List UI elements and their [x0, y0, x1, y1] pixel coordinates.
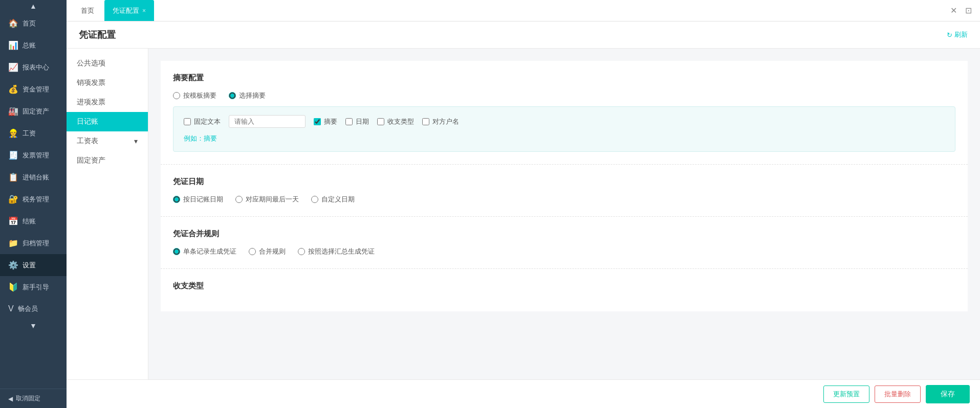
sidebar-item-close[interactable]: 📅 结账 — [0, 210, 67, 232]
archive-icon: 📁 — [8, 238, 18, 248]
income-type-title: 收支类型 — [173, 281, 955, 291]
reports-icon: 📈 — [8, 62, 18, 72]
vip-icon: V — [8, 304, 14, 313]
left-nav-wages[interactable]: 工资表 ▾ — [67, 131, 148, 151]
section-voucher-date: 凭证日期 按日记账日期 对应期间最后一天 自定义日期 — [161, 165, 968, 217]
main-area: 首页 凭证配置 × ✕ ⊡ 凭证配置 ↻ 刷新 公共选项 销项发票 进 — [67, 0, 980, 408]
radio-single[interactable] — [173, 248, 180, 255]
checkbox-counterparty-label[interactable]: 对方户名 — [422, 117, 459, 126]
sidebar-item-wages[interactable]: 👷 工资 — [0, 122, 67, 144]
left-nav-purchase[interactable]: 进项发票 — [67, 93, 148, 112]
sidebar-item-settings[interactable]: ⚙️ 设置 — [0, 254, 67, 276]
sidebar-scroll-down[interactable]: ▼ — [0, 320, 67, 332]
radio-select-label[interactable]: 选择摘要 — [229, 91, 266, 100]
checkbox-fixed[interactable] — [184, 118, 191, 125]
radio-merge[interactable] — [249, 248, 256, 255]
invoice-icon: 🧾 — [8, 150, 18, 160]
checkbox-abstract[interactable] — [314, 118, 321, 125]
settings-icon: ⚙️ — [8, 260, 18, 270]
sidebar-item-ledger[interactable]: 📊 总账 — [0, 34, 67, 56]
left-nav: 公共选项 销项发票 进项发票 日记账 工资表 ▾ 固定资产 — [67, 49, 148, 379]
cancel-pin-button[interactable]: ◀ 取消固定 — [0, 389, 67, 408]
ledger-icon: 📊 — [8, 40, 18, 50]
radio-summary[interactable] — [298, 248, 305, 255]
arrow-icon: ▾ — [134, 137, 138, 145]
tab-bar: 首页 凭证配置 × ✕ ⊡ — [67, 0, 980, 21]
sidebar-item-invoice[interactable]: 🧾 发票管理 — [0, 144, 67, 166]
pin-icon: ◀ — [8, 395, 13, 402]
radio-custom-date-label[interactable]: 自定义日期 — [311, 195, 355, 204]
radio-period-last-label[interactable]: 对应期间最后一天 — [235, 195, 299, 204]
wages-icon: 👷 — [8, 128, 18, 138]
sidebar-item-assets[interactable]: 🏭 固定资产 — [0, 100, 67, 122]
sidebar: ▲ 🏠 首页 📊 总账 📈 报表中心 💰 资金管理 🏭 固定资产 👷 工资 🧾 … — [0, 0, 67, 408]
refresh-button[interactable]: ↻ 刷新 — [947, 30, 968, 39]
radio-custom-date[interactable] — [311, 196, 318, 203]
abstract-title: 摘要配置 — [173, 73, 955, 83]
checkbox-fixed-label[interactable]: 固定文本 — [184, 117, 221, 126]
sidebar-item-vip[interactable]: V 畅会员 — [0, 298, 67, 320]
window-close-button[interactable]: ✕ — [948, 4, 959, 17]
section-merge-rule: 凭证合并规则 单条记录生成凭证 合并规则 按照选择汇总生成凭证 — [161, 217, 968, 269]
funds-icon: 💰 — [8, 84, 18, 94]
section-abstract: 摘要配置 按模板摘要 选择摘要 固定文本 — [161, 61, 968, 165]
update-preview-button[interactable]: 更新预置 — [823, 386, 869, 403]
footer-bar: 更新预置 批量删除 保存 — [67, 379, 980, 408]
abstract-options-row: 固定文本 摘要 日期 收支类型 — [184, 115, 945, 128]
tab-voucher-config[interactable]: 凭证配置 × — [104, 0, 154, 21]
radio-template-label[interactable]: 按模板摘要 — [173, 91, 216, 100]
page-header: 凭证配置 ↻ 刷新 — [67, 21, 980, 49]
purchases-icon: 📋 — [8, 172, 18, 182]
left-nav-sales[interactable]: 销项发票 — [67, 73, 148, 93]
fixed-text-input[interactable] — [229, 115, 306, 128]
page-title: 凭证配置 — [79, 29, 116, 41]
checkbox-date[interactable] — [345, 118, 353, 125]
home-icon: 🏠 — [8, 18, 18, 28]
right-content: 摘要配置 按模板摘要 选择摘要 固定文本 — [148, 49, 980, 379]
batch-delete-button[interactable]: 批量删除 — [875, 386, 921, 403]
abstract-box: 固定文本 摘要 日期 收支类型 — [173, 106, 955, 152]
sidebar-item-purchases[interactable]: 📋 进销台账 — [0, 166, 67, 188]
left-nav-journal[interactable]: 日记账 — [67, 112, 148, 131]
section-income-type: 收支类型 — [161, 269, 968, 311]
window-restore-button[interactable]: ⊡ — [963, 4, 974, 17]
radio-select[interactable] — [229, 92, 236, 99]
checkbox-abstract-label[interactable]: 摘要 — [314, 117, 337, 126]
radio-journal-date-label[interactable]: 按日记账日期 — [173, 195, 223, 204]
radio-journal-date[interactable] — [173, 196, 180, 203]
assets-icon: 🏭 — [8, 106, 18, 116]
radio-template[interactable] — [173, 92, 180, 99]
checkbox-date-label[interactable]: 日期 — [345, 117, 369, 126]
radio-summary-label[interactable]: 按照选择汇总生成凭证 — [298, 247, 375, 256]
refresh-icon: ↻ — [947, 31, 952, 39]
checkbox-income[interactable] — [377, 118, 384, 125]
merge-rule-radio-group: 单条记录生成凭证 合并规则 按照选择汇总生成凭证 — [173, 247, 955, 256]
close-account-icon: 📅 — [8, 216, 18, 226]
radio-single-label[interactable]: 单条记录生成凭证 — [173, 247, 236, 256]
sidebar-item-archive[interactable]: 📁 归档管理 — [0, 232, 67, 254]
sidebar-item-funds[interactable]: 💰 资金管理 — [0, 78, 67, 100]
left-nav-public[interactable]: 公共选项 — [67, 54, 148, 73]
tab-home[interactable]: 首页 — [73, 0, 102, 21]
sidebar-item-home[interactable]: 🏠 首页 — [0, 12, 67, 34]
radio-merge-label[interactable]: 合并规则 — [249, 247, 286, 256]
save-button[interactable]: 保存 — [926, 385, 970, 403]
tab-close-button[interactable]: × — [142, 7, 146, 14]
checkbox-income-label[interactable]: 收支类型 — [377, 117, 414, 126]
checkbox-counterparty[interactable] — [422, 118, 429, 125]
left-nav-fixed-assets[interactable]: 固定资产 — [67, 151, 148, 170]
content-area: 公共选项 销项发票 进项发票 日记账 工资表 ▾ 固定资产 摘要配置 — [67, 49, 980, 379]
sidebar-item-reports[interactable]: 📈 报表中心 — [0, 56, 67, 78]
sidebar-item-tax[interactable]: 🔐 税务管理 — [0, 188, 67, 210]
tax-icon: 🔐 — [8, 194, 18, 204]
merge-rule-title: 凭证合并规则 — [173, 229, 955, 239]
sidebar-item-guide[interactable]: 🔰 新手引导 — [0, 276, 67, 298]
voucher-date-radio-group: 按日记账日期 对应期间最后一天 自定义日期 — [173, 195, 955, 204]
voucher-date-title: 凭证日期 — [173, 177, 955, 187]
abstract-example: 例如：摘要 — [184, 134, 945, 143]
abstract-radio-group: 按模板摘要 选择摘要 — [173, 91, 955, 100]
tab-bar-actions: ✕ ⊡ — [948, 4, 974, 17]
guide-icon: 🔰 — [8, 282, 18, 292]
radio-period-last[interactable] — [235, 196, 243, 203]
sidebar-scroll-up[interactable]: ▲ — [0, 0, 67, 12]
